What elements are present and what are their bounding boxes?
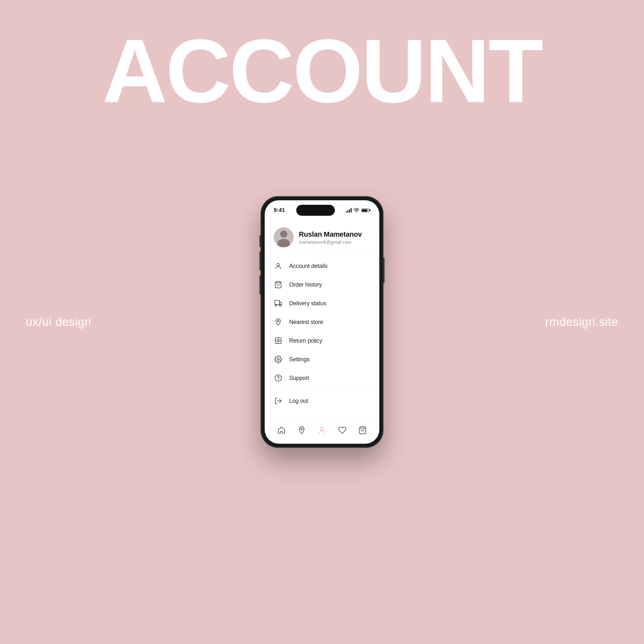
menu-label-account-details: Account details <box>289 263 327 270</box>
svg-point-4 <box>275 305 277 306</box>
nav-location[interactable] <box>295 423 309 437</box>
svg-point-9 <box>275 375 281 381</box>
bottom-nav <box>265 418 379 444</box>
svg-point-12 <box>301 428 302 430</box>
svg-point-5 <box>279 305 281 306</box>
return-icon <box>274 336 283 345</box>
page-title: ACCOUNT <box>0 26 644 116</box>
menu-item-delivery-status[interactable]: Delivery status <box>265 294 379 313</box>
svg-point-8 <box>277 358 279 360</box>
volume-down-button <box>260 275 261 295</box>
svg-point-13 <box>321 427 324 430</box>
menu-label-support: Support <box>289 375 309 382</box>
menu-item-order-history[interactable]: Order history <box>265 275 379 294</box>
nav-profile[interactable] <box>315 423 329 437</box>
nav-favorites[interactable] <box>335 423 349 437</box>
side-label-right: rmdesign.site <box>545 315 618 329</box>
gear-icon <box>274 355 283 364</box>
help-icon <box>274 374 283 383</box>
location-icon <box>274 317 283 327</box>
screen-content: Ruslan Mametanov mametanovrk@gmail.com A… <box>265 218 379 418</box>
user-profile: Ruslan Mametanov mametanovrk@gmail.com <box>265 224 379 254</box>
menu-label-return-policy: Return policy <box>289 337 322 344</box>
avatar <box>274 227 294 247</box>
status-icons <box>346 208 370 213</box>
user-name: Ruslan Mametanov <box>299 230 362 239</box>
menu-label-delivery-status: Delivery status <box>289 300 326 307</box>
menu-item-account-details[interactable]: Account details <box>265 257 379 275</box>
menu-list: Account details Order history Delivery s… <box>265 254 379 413</box>
dynamic-island <box>296 205 335 216</box>
status-bar: 9:41 <box>265 200 379 218</box>
side-label-left: ux/ui design <box>26 315 91 329</box>
menu-item-return-policy[interactable]: Return policy <box>265 331 379 350</box>
svg-point-1 <box>277 263 279 266</box>
logout-section: Log out <box>265 390 379 410</box>
menu-item-nearest-store[interactable]: Nearest store <box>265 313 379 331</box>
user-email: mametanovrk@gmail.com <box>299 240 362 245</box>
battery-icon <box>361 208 370 212</box>
menu-item-support[interactable]: Support <box>265 369 379 387</box>
svg-point-6 <box>278 320 279 322</box>
signal-icon <box>346 208 352 213</box>
user-info: Ruslan Mametanov mametanovrk@gmail.com <box>299 230 362 245</box>
phone-mockup: 9:41 <box>261 196 383 448</box>
nav-cart[interactable] <box>355 423 370 437</box>
nav-home[interactable] <box>274 423 289 437</box>
phone-screen: 9:41 <box>265 200 379 444</box>
logout-button[interactable]: Log out <box>265 392 379 410</box>
person-icon <box>274 261 283 270</box>
wifi-icon <box>354 208 359 213</box>
power-button <box>383 258 384 283</box>
status-time: 9:41 <box>274 207 285 213</box>
logout-label: Log out <box>289 398 308 404</box>
volume-up-button <box>260 251 261 270</box>
menu-item-settings[interactable]: Settings <box>265 350 379 369</box>
bag-icon <box>274 280 283 289</box>
menu-label-nearest-store: Nearest store <box>289 319 323 326</box>
menu-label-order-history: Order history <box>289 281 322 288</box>
menu-label-settings: Settings <box>289 356 309 363</box>
svg-point-0 <box>356 212 357 212</box>
logout-icon <box>274 396 283 405</box>
truck-icon <box>274 299 283 308</box>
svg-rect-3 <box>275 300 279 305</box>
